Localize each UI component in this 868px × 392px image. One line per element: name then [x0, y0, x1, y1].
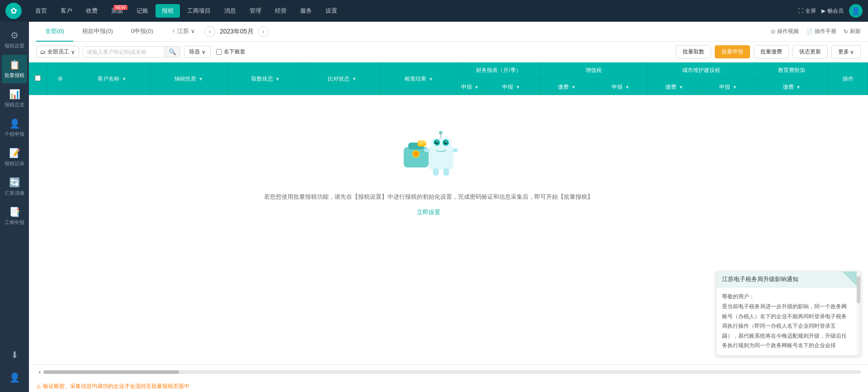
col-operations: 操作: [829, 62, 868, 95]
search-button[interactable]: 🔍: [165, 47, 180, 57]
manual-action[interactable]: 📄 操作手册: [806, 28, 836, 35]
nav-settings[interactable]: 设置: [319, 4, 344, 18]
fullscreen-btn[interactable]: ⛶ 全屏: [798, 7, 816, 15]
sidebar-item-batch-tax[interactable]: 📋 批量报税: [2, 55, 27, 83]
col-customer-name[interactable]: 客户名称 ▼: [74, 62, 151, 95]
sidebar-item-label: 报税记录: [5, 160, 24, 167]
date-prev-btn[interactable]: ‹: [204, 26, 215, 37]
bottom-scrollbar[interactable]: [43, 370, 861, 374]
notification-scrollbar[interactable]: [857, 272, 860, 355]
col-fetch-status[interactable]: 取数状态 ▼: [227, 62, 304, 95]
tax-record-icon: 📝: [9, 148, 20, 158]
video-action[interactable]: ⊙ 操作视频: [771, 28, 799, 35]
batch-fetch-btn[interactable]: 批量取数: [676, 45, 711, 58]
tab-tax-declare[interactable]: 税款申报(0): [73, 22, 122, 42]
sidebar-item-label: 工商年报: [5, 219, 24, 226]
col-city-declare[interactable]: 申报 ▼: [594, 79, 647, 95]
col-edu-declare[interactable]: 申报 ▼: [701, 79, 755, 95]
nav-bizproject[interactable]: 工商项目: [181, 4, 217, 18]
setup-link[interactable]: 立即设置: [417, 208, 440, 216]
toolbar: 🗂 全部员工 ∨ 🔍 筛选 ∨ 名下账套 批量取数 批量申报 批量缴费 状态更新: [29, 42, 868, 62]
col-checkbox[interactable]: [29, 62, 47, 95]
nav-service[interactable]: 服务: [294, 4, 318, 18]
filter-chevron-icon: ∨: [202, 49, 206, 55]
svg-point-5: [414, 152, 418, 156]
col-vat: 增值税: [540, 62, 647, 79]
batch-declare-btn[interactable]: 批量申报: [715, 45, 750, 58]
top-nav: ✿ 首页 客户 收费 票据 NEW 记账 报税 工商项目 消息 管理 经营 服务…: [0, 0, 868, 22]
sidebar-item-personal-tax[interactable]: 👤 个税申报: [2, 114, 27, 142]
date-next-btn[interactable]: ›: [258, 26, 269, 37]
nav-operate[interactable]: 经营: [269, 4, 293, 18]
nav-invoice[interactable]: 票据 NEW: [105, 4, 129, 18]
svg-point-8: [417, 140, 426, 144]
col-settings[interactable]: ⚙: [47, 62, 74, 95]
batch-pay-btn[interactable]: 批量缴费: [754, 45, 789, 58]
col-compare-status[interactable]: 比对状态 ▼: [304, 62, 381, 95]
avatar[interactable]: 👤: [849, 4, 863, 18]
nav-manage[interactable]: 管理: [243, 4, 268, 18]
svg-point-15: [437, 141, 438, 143]
bottom-area: ‹ ⚠ 验证账密、采集信息均成功的企业才会流转至批量报税页面中: [29, 364, 868, 392]
col-financial-declare[interactable]: 申报 ▼: [457, 79, 482, 95]
nav-message[interactable]: 消息: [218, 4, 242, 18]
sidebar-user[interactable]: 👤: [2, 368, 27, 387]
sidebar-bottom: ⬇ 👤: [2, 345, 27, 392]
svg-point-18: [439, 131, 443, 134]
nav-right: ⛶ 全屏 ▶ 畅会员 👤: [798, 4, 863, 18]
notification-title: 江苏电子税务局升级影响通知: [722, 275, 798, 283]
name-checkbox[interactable]: [216, 49, 222, 55]
sidebar-item-tax-record[interactable]: 📝 报税记录: [2, 143, 27, 172]
employee-select-icon: 🗂: [40, 49, 46, 55]
fullscreen-icon: ⛶: [798, 8, 803, 14]
empty-message: 若您想使用批量报税功能，请先在【报税设置】中进行报税的初始化设置，完成密码验证和…: [264, 193, 593, 201]
search-input[interactable]: [83, 47, 165, 57]
avatar-icon: 👤: [851, 7, 860, 15]
refresh-icon: ↻: [844, 29, 848, 35]
col-tax-nature[interactable]: 纳税性质 ▼: [151, 62, 227, 95]
checkbox-label[interactable]: 名下账套: [216, 48, 245, 56]
sidebar-item-label: 报税总览: [5, 101, 24, 108]
refresh-action[interactable]: ↻ 刷新: [844, 28, 861, 35]
status-update-btn[interactable]: 状态更新: [793, 45, 828, 58]
app-logo[interactable]: ✿: [5, 3, 22, 19]
sidebar-item-tax-settings[interactable]: ⚙ 报税设置: [2, 25, 27, 54]
svg-text:✿: ✿: [10, 6, 17, 15]
notification-header: 江苏电子税务局升级影响通知 ×: [717, 272, 860, 287]
employee-chevron-icon: ∨: [71, 49, 75, 55]
tab-region[interactable]: ♀ 江苏 ∨: [162, 22, 204, 42]
notification-panel: 江苏电子税务局升级影响通知 × 尊敬的用户： 受当前电子税务局进一步升级的影响，…: [716, 271, 861, 356]
empty-row: 若您想使用批量报税功能，请先在【报税设置】中进行报税的初始化设置，完成密码验证和…: [29, 95, 868, 234]
sidebar-download[interactable]: ⬇: [2, 345, 27, 365]
vip-btn[interactable]: ▶ 畅会员: [821, 7, 844, 15]
tabs-bar: 全部(0) 税款申报(0) 0申报(0) ♀ 江苏 ∨ ‹ 2023年05月 ›…: [29, 22, 868, 42]
filter-btn[interactable]: 筛选 ∨: [184, 46, 211, 58]
col-edu-pay[interactable]: 缴费 ▼: [755, 79, 829, 95]
nav-accounting[interactable]: 记账: [130, 4, 155, 18]
more-btn[interactable]: 更多 ∨: [831, 45, 861, 58]
col-vat-pay[interactable]: 缴费 ▼: [540, 79, 594, 95]
sidebar-item-tax-summary[interactable]: 📊 报税总览: [2, 84, 27, 113]
search-box: 🔍: [83, 46, 180, 57]
nav-billing[interactable]: 收费: [80, 4, 104, 18]
tab-zero-declare[interactable]: 0申报(0): [122, 22, 162, 42]
tab-all[interactable]: 全部(0): [36, 22, 73, 42]
select-all-checkbox[interactable]: [35, 75, 41, 81]
clearing-icon: 🔄: [9, 177, 20, 188]
svg-rect-19: [424, 148, 429, 152]
col-city-pay[interactable]: 缴费 ▼: [647, 79, 701, 95]
col-check-result[interactable]: 检查结果 ▼: [381, 62, 458, 95]
sidebar-item-label: 批量报税: [5, 72, 24, 79]
employee-select[interactable]: 🗂 全部员工 ∨: [36, 46, 79, 58]
nav-customer[interactable]: 客户: [54, 4, 79, 18]
col-vat-declare[interactable]: 申报 ▼: [482, 79, 540, 95]
nav-home[interactable]: 首页: [29, 4, 53, 18]
col-city-tax: 城市维护建设税: [647, 62, 755, 79]
svg-rect-21: [433, 168, 439, 176]
nav-tax[interactable]: 报税: [156, 4, 180, 18]
scroll-left-btn[interactable]: ‹: [36, 368, 43, 376]
notification-text: 尊敬的用户： 受当前电子税务局进一步升级的影响，同一个政务网账号（办税人）名下的…: [722, 292, 855, 351]
sidebar-item-clearing[interactable]: 🔄 汇算清缴: [2, 172, 27, 201]
sidebar-item-annual-report[interactable]: 📑 工商年报: [2, 202, 27, 230]
svg-point-16: [446, 141, 447, 143]
